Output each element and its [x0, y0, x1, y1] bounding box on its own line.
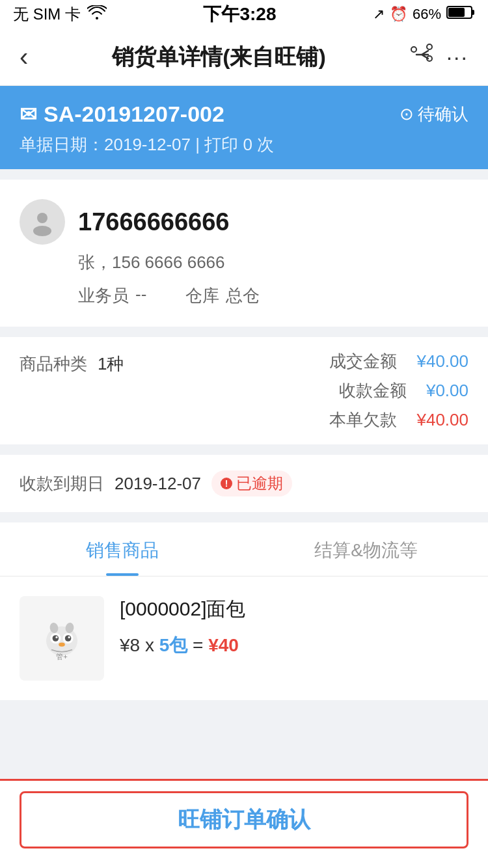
- status-clock-icon: ⊙: [400, 104, 414, 124]
- overdue-text: 已逾期: [236, 473, 283, 494]
- back-button[interactable]: ‹: [20, 42, 28, 72]
- salesperson-label: 业务员: [78, 284, 129, 307]
- summary-right: 成交金额 ¥40.00 收款金额 ¥0.00 本单欠款 ¥40.00: [329, 350, 468, 431]
- salesperson-value: --: [135, 284, 146, 307]
- svg-rect-2: [448, 8, 465, 17]
- customer-phone: 17666666666: [78, 208, 229, 236]
- transaction-value: ¥40.00: [416, 351, 468, 372]
- product-name: [0000002]面包: [120, 596, 468, 623]
- product-equals: =: [187, 635, 208, 655]
- status-badge: ⊙ 待确认: [400, 103, 468, 126]
- more-button[interactable]: ···: [446, 44, 468, 70]
- customer-row: 17666666666: [20, 199, 468, 245]
- due-date-value: 2019-12-07: [115, 474, 201, 494]
- svg-rect-4: [427, 44, 432, 49]
- due-label: 收款到期日: [20, 472, 104, 495]
- wifi-icon: [87, 5, 107, 23]
- svg-point-7: [33, 226, 51, 236]
- status-time: 下午3:28: [203, 2, 276, 27]
- warehouse-item: 仓库 总仓: [185, 284, 260, 307]
- confirm-button[interactable]: 旺铺订单确认: [20, 791, 468, 848]
- tabs-section: 销售商品 结算&物流等 管+: [0, 522, 488, 700]
- transaction-label: 成交金额: [329, 350, 397, 373]
- product-price-row: ¥8 x 5包 = ¥40: [120, 633, 468, 658]
- warehouse-value: 总仓: [226, 284, 260, 307]
- order-number-text: SA-20191207-002: [44, 102, 224, 127]
- salesperson-item: 业务员 --: [78, 284, 146, 307]
- confirm-btn-wrapper: 旺铺订单确认: [0, 779, 488, 868]
- nav-title: 销货单详情(来自旺铺): [112, 42, 326, 72]
- nav-bar: ‹ 销货单详情(来自旺铺) ···: [0, 29, 488, 86]
- tab-settlement[interactable]: 结算&物流等: [244, 522, 488, 576]
- product-total: ¥40: [208, 635, 239, 655]
- status-right: ↗ ⏰ 66%: [373, 5, 475, 23]
- battery-text: 66%: [413, 6, 441, 23]
- overdue-dot-icon: !: [221, 478, 232, 489]
- tabs-header: 销售商品 结算&物流等: [0, 522, 488, 576]
- customer-section: 17666666666 张，156 6666 6666 业务员 -- 仓库 总仓: [0, 180, 488, 327]
- order-date: 单据日期：2019-12-07 | 打印 0 次: [20, 133, 468, 156]
- product-info: [0000002]面包 ¥8 x 5包 = ¥40: [120, 596, 468, 658]
- overdue-badge: ! 已逾期: [211, 470, 292, 496]
- svg-text:管+: 管+: [56, 653, 68, 660]
- summary-section: 商品种类 1种 成交金额 ¥40.00 收款金额 ¥0.00 本单欠款 ¥40.…: [0, 337, 488, 444]
- product-price-formula: ¥8 x: [120, 635, 159, 655]
- owed-row: 本单欠款 ¥40.00: [329, 409, 468, 431]
- product-type-value: 1种: [98, 353, 124, 375]
- customer-name: 张，156 6666 6666: [20, 251, 468, 274]
- transaction-row: 成交金额 ¥40.00: [329, 350, 468, 373]
- status-bar: 无 SIM 卡 下午3:28 ↗ ⏰ 66%: [0, 0, 488, 29]
- header-card-top: ✉ SA-20191207-002 ⊙ 待确认: [20, 102, 468, 127]
- product-quantity: 5包: [159, 635, 188, 655]
- carrier-text: 无 SIM 卡: [13, 4, 81, 25]
- order-icon: ✉: [20, 102, 37, 127]
- tab-sales-products[interactable]: 销售商品: [0, 522, 244, 576]
- received-value: ¥0.00: [426, 381, 468, 401]
- owed-label: 本单欠款: [329, 409, 397, 431]
- product-item: 管+ [0000002]面包 ¥8 x 5包 = ¥40: [0, 576, 488, 700]
- nav-left: ‹: [20, 42, 28, 72]
- due-section: 收款到期日 2019-12-07 ! 已逾期: [0, 455, 488, 512]
- svg-rect-3: [411, 47, 416, 52]
- share-button[interactable]: [410, 43, 433, 72]
- owed-value: ¥40.00: [416, 410, 468, 430]
- avatar: [20, 199, 65, 245]
- svg-rect-1: [472, 10, 474, 15]
- received-label: 收款金额: [339, 379, 407, 402]
- print-info: 打印 0 次: [204, 135, 274, 154]
- summary-left: 商品种类 1种: [20, 350, 329, 375]
- svg-point-15: [55, 636, 57, 638]
- order-number: ✉ SA-20191207-002: [20, 102, 224, 127]
- product-image: 管+: [20, 596, 104, 681]
- svg-point-14: [65, 635, 72, 642]
- product-type-label: 商品种类: [20, 353, 87, 375]
- order-date-value: 2019-12-07: [104, 135, 191, 154]
- status-left: 无 SIM 卡: [13, 4, 107, 25]
- nav-right: ···: [410, 43, 468, 72]
- warehouse-label: 仓库: [185, 284, 219, 307]
- alarm-icon: ⏰: [390, 6, 407, 23]
- svg-point-17: [59, 642, 65, 646]
- customer-meta: 业务员 -- 仓库 总仓: [20, 284, 468, 307]
- date-separator: |: [191, 135, 204, 154]
- svg-point-16: [68, 636, 70, 638]
- svg-point-6: [37, 213, 47, 223]
- battery-icon: [446, 5, 475, 23]
- received-row: 收款金额 ¥0.00: [339, 379, 468, 402]
- header-card: ✉ SA-20191207-002 ⊙ 待确认 单据日期：2019-12-07 …: [0, 86, 488, 169]
- status-text: 待确认: [418, 103, 468, 126]
- svg-point-13: [53, 635, 59, 642]
- date-prefix: 单据日期：: [20, 135, 104, 154]
- location-icon: ↗: [373, 6, 385, 23]
